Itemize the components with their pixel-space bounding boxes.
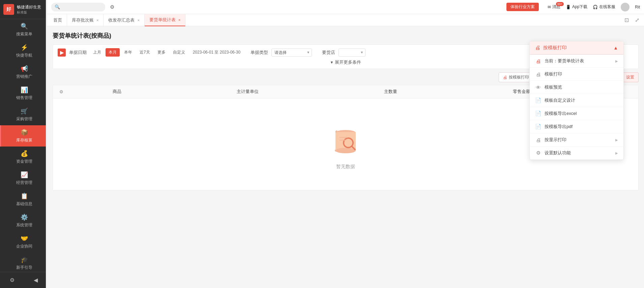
inventory-icon: 📦 (21, 129, 28, 136)
print-display-item[interactable]: 🖨 按显示打印 ▶ (530, 133, 623, 147)
print-current-item[interactable]: 🖨 当前：要货单统计表 ▶ (530, 55, 623, 68)
sidebar-item-label: 经营管理 (16, 180, 32, 186)
settings-btn-label: 设置 (626, 74, 634, 80)
sidebar-item-label: 库存核算 (16, 137, 32, 143)
date-prev-month[interactable]: 上月 (90, 48, 104, 57)
sidebar-item-label: 资金管理 (16, 159, 32, 164)
type-select-wrap[interactable]: 请选择 ▼ (271, 49, 312, 57)
sidebar-item-label: 搜索菜单 (16, 31, 32, 37)
tabbar: 首页 库存批次账 × 收发存汇总表 × 要货单统计表 × ⊡ ⤢ (47, 14, 644, 26)
basic-icon: 📋 (21, 192, 28, 200)
template-print-label: 模板打印 (545, 71, 562, 77)
tab-maximize-btn[interactable]: ⤢ (633, 16, 641, 24)
print-dropdown: 🖨 按模板打印 ▲ 🖨 当前：要货单统计表 ▶ 🖨 模板打印 👁 模板预览 (529, 41, 624, 160)
tab-collection[interactable]: 收发存汇总表 × (104, 14, 144, 26)
print-dropdown-title: 🖨 按模板打印 (535, 45, 567, 51)
sidebar-item-search[interactable]: 🔍 搜索菜单 (0, 19, 47, 40)
print-template-pdf-item[interactable]: 📄 按模板导出pdf (530, 120, 623, 133)
sidebar-logo: 好 畅捷通好生意 标准版 (0, 0, 47, 19)
date-more[interactable]: 更多 (154, 48, 169, 57)
filter-expand-icon[interactable]: ▶ (58, 49, 66, 57)
sidebar-item-finance[interactable]: 💰 资金管理 (0, 147, 47, 168)
collab-icon: 🤝 (21, 235, 28, 242)
username-label[interactable]: Rit (635, 5, 640, 9)
sidebar-item-marketing[interactable]: 📢 营销推广 (0, 62, 47, 83)
date-current-year[interactable]: 本年 (121, 48, 135, 57)
page-content: 要货单统计表(按商品) ▶ 单据日期 上月 本月 本年 近7天 更多 自定义 2… (47, 26, 644, 288)
sidebar-item-sales[interactable]: 📊 销售管理 (0, 83, 47, 104)
finance-icon: 💰 (21, 150, 28, 157)
operation-icon: 📈 (21, 171, 28, 179)
print-default-item[interactable]: ⚙ 设置默认功能 ▶ (530, 147, 623, 160)
sidebar-collapse-btn[interactable]: ◀ (32, 276, 39, 285)
online-service-btn[interactable]: 🎧 在线客服 (593, 4, 615, 10)
expand-more-label: 展开更多条件 (335, 59, 361, 65)
app-download-label: App下载 (572, 4, 587, 10)
print-dropdown-close-btn[interactable]: ▲ (613, 45, 618, 51)
type-select[interactable]: 请选择 (271, 49, 312, 57)
empty-illustration (329, 125, 362, 159)
sidebar-item-inventory[interactable]: 📦 库存核算 (0, 125, 47, 147)
print-current-label: 当前：要货单统计表 (545, 58, 584, 64)
print-template-print-item[interactable]: 🖨 模板打印 (530, 68, 623, 81)
template-pdf-label: 按模板导出pdf (545, 124, 573, 130)
sidebar-settings-btn[interactable]: ⚙ (8, 276, 16, 285)
sidebar-item-label: 系统管理 (16, 222, 32, 228)
search-icon: 🔍 (55, 4, 60, 9)
shortcut-icon: ⚡ (21, 44, 28, 51)
print-display-left: 🖨 按显示打印 (535, 137, 566, 143)
search-input[interactable] (62, 5, 96, 9)
empty-text: 暂无数据 (336, 164, 355, 170)
sidebar-item-label: 企业协同 (16, 244, 32, 249)
th-settings[interactable]: ⚙ (53, 85, 70, 98)
sidebar-item-label: 基础信息 (16, 201, 32, 207)
template-preview-icon: 👁 (535, 85, 541, 90)
guide-icon: 🎓 (21, 256, 28, 263)
tab-collection-close[interactable]: × (137, 18, 139, 22)
print-icon: 🖨 (503, 75, 507, 80)
settings-icon[interactable]: ⚙ (110, 4, 114, 10)
print-current-left: 🖨 当前：要货单统计表 (535, 58, 584, 64)
yaohuodian-select[interactable] (339, 49, 365, 57)
tab-yaohuodan[interactable]: 要货单统计表 × (145, 14, 185, 26)
tab-batch-close[interactable]: × (96, 18, 98, 22)
yaohuodian-select-wrap[interactable]: ▼ (339, 49, 365, 57)
sidebar-item-label: 新手引导 (16, 265, 32, 270)
date-current-month[interactable]: 本月 (106, 48, 120, 57)
print-template-excel-item[interactable]: 📄 按模板导出excel (530, 107, 623, 120)
tab-minimize-btn[interactable]: ⊡ (622, 16, 631, 24)
app-download-btn[interactable]: 📱 App下载 (566, 4, 587, 10)
default-sub-arrow: ▶ (615, 151, 618, 155)
current-sub-arrow: ▶ (615, 59, 618, 63)
search-bar[interactable]: 🔍 (51, 3, 105, 11)
settings-btn[interactable]: 设置 (622, 72, 639, 82)
date-7days[interactable]: 近7天 (137, 48, 153, 57)
display-print-icon: 🖨 (535, 137, 541, 143)
sidebar-item-purchase[interactable]: 🛒 采购管理 (0, 104, 47, 125)
messages-btn[interactable]: ✉ 消息 99+ (548, 4, 560, 10)
marketing-icon: 📢 (21, 65, 28, 72)
date-buttons: 上月 本月 本年 近7天 更多 自定义 (90, 48, 188, 57)
sidebar-scroll: 🔍 搜索菜单 ⚡ 快捷导航 📢 营销推广 📊 销售管理 🛒 采购管理 📦 库存核… (0, 19, 47, 272)
download-icon: 📱 (566, 5, 571, 9)
sidebar-item-shortcut[interactable]: ⚡ 快捷导航 (0, 40, 47, 62)
trial-button[interactable]: 体验行业方案 (506, 3, 539, 11)
sidebar-item-collab[interactable]: 🤝 企业协同 (0, 231, 47, 253)
print-template-preview-item[interactable]: 👁 模板预览 (530, 81, 623, 94)
sidebar-item-basic[interactable]: 📋 基础信息 (0, 189, 47, 210)
tab-batch[interactable]: 库存批次账 × (67, 14, 104, 26)
default-func-icon: ⚙ (535, 150, 541, 156)
table-settings-icon[interactable]: ⚙ (59, 89, 63, 94)
print-template-design-item[interactable]: 📄 模板自定义设计 (530, 94, 623, 107)
template-preview-label: 模板预览 (545, 84, 562, 90)
tab-yaohuodan-close[interactable]: × (178, 18, 180, 22)
sidebar-item-operation[interactable]: 📈 经营管理 (0, 168, 47, 189)
template-excel-icon: 📄 (535, 110, 541, 117)
sidebar-item-guide[interactable]: 🎓 新手引导 (0, 253, 47, 272)
tab-home[interactable]: 首页 (47, 14, 67, 26)
sidebar-item-system[interactable]: ⚙️ 系统管理 (0, 210, 47, 231)
sidebar-item-label: 销售管理 (16, 95, 32, 101)
template-print-icon: 🖨 (535, 71, 541, 77)
date-custom[interactable]: 自定义 (170, 48, 188, 57)
print-default-left: ⚙ 设置默认功能 (535, 150, 571, 156)
